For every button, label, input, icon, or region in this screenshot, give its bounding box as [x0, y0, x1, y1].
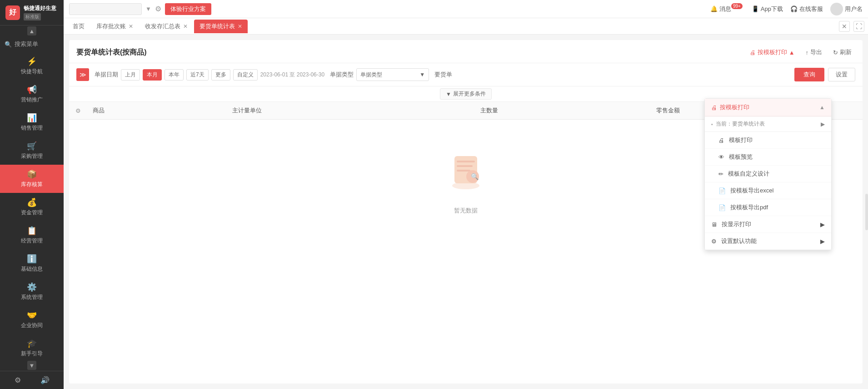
custom-date-btn[interactable]: 自定义 [233, 69, 258, 81]
dropdown-header[interactable]: 🖨 按模板打印 ▲ [705, 99, 831, 116]
sidebar-scroll-down[interactable]: ▼ [27, 361, 36, 370]
sidebar-item-enterprise[interactable]: 🤝 企业协同 [0, 306, 64, 334]
template-print-icon: 🖨 [718, 137, 724, 144]
current-icon: ▪ [711, 121, 713, 127]
sidebar-item-inventory[interactable]: 📦 库存核算 [0, 165, 64, 193]
filter-toggle-button[interactable]: ≫ [76, 68, 89, 81]
last-month-btn[interactable]: 上月 [121, 69, 140, 81]
search-icon: 🔍 [5, 41, 12, 48]
export-excel-icon: 📄 [718, 187, 726, 194]
last-7-days-btn[interactable]: 近7天 [186, 69, 209, 81]
settings-button[interactable]: 设置 [828, 68, 855, 81]
dropdown-sub-display-print[interactable]: 🖥 按显示打印 ▶ [705, 216, 831, 233]
sidebar-item-basic-info[interactable]: ℹ️ 基础信息 [0, 249, 64, 278]
expand-more-btn[interactable]: ▼ 展开更多条件 [440, 88, 492, 100]
sidebar-item-system[interactable]: ⚙️ 系统管理 [0, 278, 64, 306]
notifications-button[interactable]: 🔔 消息 99+ [710, 5, 744, 13]
query-button[interactable]: 查询 [794, 68, 824, 81]
dropdown-item-template-preview[interactable]: 👁 模板预览 [705, 149, 831, 166]
trial-button[interactable]: 体验行业方案 [165, 3, 211, 15]
sidebar-item-finance[interactable]: 💰 资金管理 [0, 193, 64, 221]
enterprise-icon: 🤝 [27, 310, 37, 320]
page-header: 要货单统计表(按商品) 🖨 按模板打印 ▲ ↑ 导出 ↻ 刷新 [69, 40, 863, 63]
template-print-label: 模板打印 [729, 136, 753, 144]
tab-order-stats[interactable]: 要货单统计表 ✕ [194, 20, 248, 33]
printer-icon-header: 🖨 [711, 104, 717, 111]
this-month-btn[interactable]: 本月 [143, 69, 162, 81]
gear-icon[interactable]: ⚙ [75, 107, 81, 114]
page-actions: 🖨 按模板打印 ▲ ↑ 导出 ↻ 刷新 [746, 46, 855, 58]
more-date-btn[interactable]: 更多 [211, 69, 230, 81]
sidebar-item-label: 企业协同 [21, 322, 43, 329]
tab-inventory-batch[interactable]: 库存批次账 ✕ [91, 20, 139, 33]
tab-order-stats-close[interactable]: ✕ [238, 23, 242, 30]
topbar-right: 🔔 消息 99+ 📱 App下载 🎧 在线客服 用户名 [710, 3, 863, 15]
tab-maximize-button[interactable]: ⛶ [853, 21, 864, 32]
export-excel-label: 按模板导出excel [730, 187, 773, 195]
notifications-label: 消息 [719, 5, 731, 13]
online-service-label: 在线客服 [799, 5, 823, 13]
empty-text: 暂无数据 [454, 207, 478, 215]
tab-close-all-button[interactable]: ✕ [839, 21, 850, 32]
sidebar-scroll-up[interactable]: ▲ [27, 26, 36, 35]
export-button[interactable]: ↑ 导出 [802, 46, 826, 58]
sidebar-item-operations[interactable]: 📋 经营管理 [0, 221, 64, 249]
scrollbar-handle[interactable] [865, 194, 868, 230]
nav-input[interactable] [69, 3, 142, 15]
page-title: 要货单统计表(按商品) [76, 48, 147, 57]
dropdown-item-export-pdf[interactable]: 📄 按模板导出pdf [705, 199, 831, 216]
nav-gear-icon[interactable]: ⚙ [155, 5, 161, 13]
default-func-label: 设置默认功能 [721, 237, 757, 245]
content-area: 要货单统计表(按商品) 🖨 按模板打印 ▲ ↑ 导出 ↻ 刷新 [64, 35, 868, 389]
app-version: 标准版 [24, 13, 41, 20]
th-gear[interactable]: ⚙ [69, 102, 87, 120]
notification-badge: 99+ [731, 3, 743, 9]
tab-receivable-summary[interactable]: 收发存汇总表 ✕ [140, 20, 193, 33]
topbar: ▼ ⚙ 体验行业方案 🔔 消息 99+ 📱 App下载 🎧 在线客服 用户名 [64, 0, 868, 18]
logo-icon: 好 [5, 5, 20, 20]
dropdown-item-export-excel[interactable]: 📄 按模板导出excel [705, 182, 831, 199]
operations-icon: 📋 [27, 226, 37, 236]
printer-icon: 🖨 [750, 49, 756, 56]
user-avatar[interactable]: 用户名 [830, 3, 863, 15]
current-chevron-icon: ▶ [821, 121, 825, 127]
sidebar-item-label: 采购管理 [21, 152, 43, 160]
print-template-button[interactable]: 🖨 按模板打印 ▲ [746, 46, 798, 58]
dropdown-current[interactable]: ▪ 当前：要货单统计表 ▶ [705, 116, 831, 132]
sidebar-item-label: 资金管理 [21, 209, 43, 217]
tabbar: 首页 库存批次账 ✕ 收发存汇总表 ✕ 要货单统计表 ✕ ✕ ⛶ [64, 18, 868, 35]
sidebar-item-marketing[interactable]: 📢 营销推广 [0, 80, 64, 108]
filter-bar: ≫ 单据日期 上月 本月 本年 近7天 更多 自定义 2023-06-01 至 … [69, 63, 863, 86]
settings-icon[interactable]: ⚙ [15, 376, 21, 384]
system-icon: ⚙️ [27, 282, 37, 292]
dropdown-sub-default-func[interactable]: ⚙ 设置默认功能 ▶ [705, 233, 831, 250]
refresh-button[interactable]: ↻ 刷新 [829, 46, 855, 58]
tab-receivable-summary-close[interactable]: ✕ [183, 23, 188, 30]
tab-inventory-batch-close[interactable]: ✕ [129, 23, 133, 30]
speaker-icon[interactable]: 🔊 [40, 376, 50, 384]
this-year-btn[interactable]: 本年 [165, 69, 184, 81]
sidebar-item-guide[interactable]: 🎓 新手引导 [0, 334, 64, 360]
phone-icon: 📱 [752, 5, 759, 12]
type-filter-select[interactable]: 单据类型 ▼ [356, 68, 429, 81]
app-download-button[interactable]: 📱 App下载 [752, 5, 783, 13]
export-pdf-icon: 📄 [718, 204, 726, 211]
topbar-left: ▼ ⚙ 体验行业方案 [69, 3, 211, 15]
nav-chevron-icon[interactable]: ▼ [145, 5, 151, 12]
dropdown-item-template-print[interactable]: 🖨 模板打印 [705, 132, 831, 149]
sidebar-item-quick-nav[interactable]: ⚡ 快捷导航 [0, 52, 64, 80]
sidebar-item-sales[interactable]: 📊 销售管理 [0, 108, 64, 136]
sidebar-item-purchase[interactable]: 🛒 采购管理 [0, 136, 64, 165]
tab-receivable-summary-label: 收发存汇总表 [145, 22, 180, 30]
dropdown-item-template-design[interactable]: ✏ 模板自定义设计 [705, 166, 831, 182]
sidebar-item-label: 新手引导 [21, 350, 43, 358]
date-range-display: 2023-06-01 至 2023-06-30 [260, 71, 324, 79]
tab-home[interactable]: 首页 [67, 20, 90, 33]
online-service-button[interactable]: 🎧 在线客服 [790, 5, 823, 13]
dropdown-title: 按模板打印 [720, 103, 749, 111]
search-menu-button[interactable]: 🔍 搜索菜单 [0, 36, 64, 52]
sidebar-item-label: 系统管理 [21, 293, 43, 301]
refresh-label: 刷新 [840, 48, 852, 56]
th-product: 商品 [87, 102, 227, 120]
dropdown-current-left: ▪ 当前：要货单统计表 [711, 120, 765, 128]
